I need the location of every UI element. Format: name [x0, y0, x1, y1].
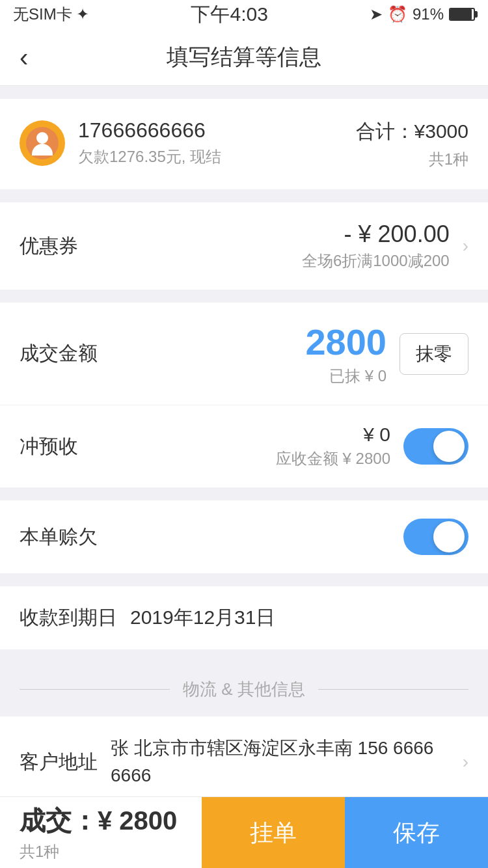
address-value: 张 北京市市辖区海淀区永丰南 156 6666 6666 [111, 735, 456, 789]
prepay-right: ¥ 0 应收金额 ¥ 2800 [276, 424, 468, 469]
save-button[interactable]: 保存 [345, 797, 488, 868]
section-gap-4 [0, 573, 488, 586]
transaction-amount: 2800 [305, 321, 386, 363]
transaction-right: 2800 已抹 ¥ 0 抹零 [305, 321, 468, 387]
coupon-right: - ¥ 200.00 全场6折满1000减200 › [302, 221, 468, 271]
battery-icon [449, 8, 475, 21]
avatar-icon [26, 127, 59, 159]
coupon-label: 优惠券 [20, 233, 78, 260]
debt-label: 本单赊欠 [20, 524, 98, 550]
coupon-value: - ¥ 200.00 全场6折满1000减200 [302, 221, 450, 271]
back-button[interactable]: ‹ [20, 44, 28, 70]
prepay-sub: 应收金额 ¥ 2800 [276, 448, 390, 469]
header-line-right [318, 689, 468, 690]
coupon-row[interactable]: 优惠券 - ¥ 200.00 全场6折满1000减200 › [0, 202, 488, 290]
footer: 成交：¥ 2800 共1种 挂单 保存 [0, 796, 488, 868]
pending-button[interactable]: 挂单 [202, 797, 345, 868]
footer-count: 共1种 [20, 841, 182, 862]
customer-left: 17666666666 欠款1276.35元, 现结 [20, 118, 221, 167]
due-date-section: 收款到期日 2019年12月31日 [0, 586, 488, 649]
toggle-knob [433, 431, 465, 462]
prepay-row: 冲预收 ¥ 0 应收金额 ¥ 2800 [0, 405, 488, 487]
address-label: 客户地址 [20, 749, 98, 776]
address-chevron-icon: › [463, 752, 468, 772]
page-title: 填写结算等信息 [167, 42, 321, 72]
footer-amount: 成交：¥ 2800 [20, 803, 182, 839]
debt-section: 本单赊欠 [0, 500, 488, 573]
battery-text: 91% [413, 5, 444, 23]
prepay-amount: ¥ 0 [276, 424, 390, 446]
debt-toggle[interactable] [403, 519, 468, 555]
customer-info: 17666666666 欠款1276.35元, 现结 [78, 118, 221, 167]
footer-amount-label: 成交： [20, 806, 98, 835]
section-gap-1 [0, 189, 488, 202]
status-bar-right: ➤ ⏰ 91% [370, 5, 475, 23]
logistics-header-text: 物流 & 其他信息 [183, 678, 305, 701]
customer-phone: 17666666666 [78, 118, 221, 142]
coupon-desc: 全场6折满1000减200 [302, 251, 450, 271]
due-date-label: 收款到期日 [20, 604, 117, 631]
total-label: 合计： [356, 120, 414, 142]
total-amount: 合计：¥3000 [356, 118, 468, 145]
alarm-icon: ⏰ [388, 5, 407, 23]
footer-amount-value: ¥ 2800 [98, 806, 177, 835]
debt-toggle-knob [433, 521, 465, 552]
location-icon: ➤ [370, 5, 383, 23]
status-bar-time: 下午4:03 [191, 1, 267, 28]
section-gap-5 [0, 649, 488, 662]
customer-sub: 欠款1276.35元, 现结 [78, 146, 221, 167]
section-gap-3 [0, 487, 488, 500]
avatar [20, 120, 65, 166]
section-gap-2 [0, 290, 488, 303]
transaction-value-wrap: 2800 已抹 ¥ 0 [305, 321, 386, 387]
address-row[interactable]: 客户地址 张 北京市市辖区海淀区永丰南 156 6666 6666 › [0, 716, 488, 807]
transaction-section: 成交金额 2800 已抹 ¥ 0 抹零 冲预收 ¥ 0 应收金额 ¥ 2800 [0, 303, 488, 487]
chevron-right-icon: › [463, 236, 468, 256]
status-bar: 无SIM卡 ✦ 下午4:03 ➤ ⏰ 91% [0, 0, 488, 29]
due-date-row: 收款到期日 2019年12月31日 [0, 586, 488, 649]
prepay-value-wrap: ¥ 0 应收金额 ¥ 2800 [276, 424, 390, 469]
round-button[interactable]: 抹零 [400, 333, 468, 375]
header-line-left [20, 689, 170, 690]
debt-row: 本单赊欠 [0, 500, 488, 573]
prepay-toggle[interactable] [403, 428, 468, 465]
logistics-header: 物流 & 其他信息 [0, 662, 488, 716]
coupon-amount: - ¥ 200.00 [302, 221, 450, 248]
nav-bar: ‹ 填写结算等信息 [0, 29, 488, 86]
customer-card: 17666666666 欠款1276.35元, 现结 合计：¥3000 共1种 [0, 99, 488, 189]
total-count: 共1种 [356, 149, 468, 170]
main-content: 17666666666 欠款1276.35元, 现结 合计：¥3000 共1种 … [0, 99, 488, 868]
status-bar-left: 无SIM卡 ✦ [13, 4, 89, 25]
transaction-label: 成交金额 [20, 340, 98, 367]
coupon-section: 优惠券 - ¥ 200.00 全场6折满1000减200 › [0, 202, 488, 290]
due-date-value: 2019年12月31日 [130, 604, 275, 631]
sim-status: 无SIM卡 ✦ [13, 4, 89, 25]
transaction-row: 成交金额 2800 已抹 ¥ 0 抹零 [0, 303, 488, 405]
customer-right: 合计：¥3000 共1种 [356, 118, 468, 170]
footer-info: 成交：¥ 2800 共1种 [0, 797, 202, 868]
prepay-label: 冲预收 [20, 433, 78, 460]
transaction-sub: 已抹 ¥ 0 [305, 366, 386, 387]
total-value: ¥3000 [414, 120, 468, 142]
